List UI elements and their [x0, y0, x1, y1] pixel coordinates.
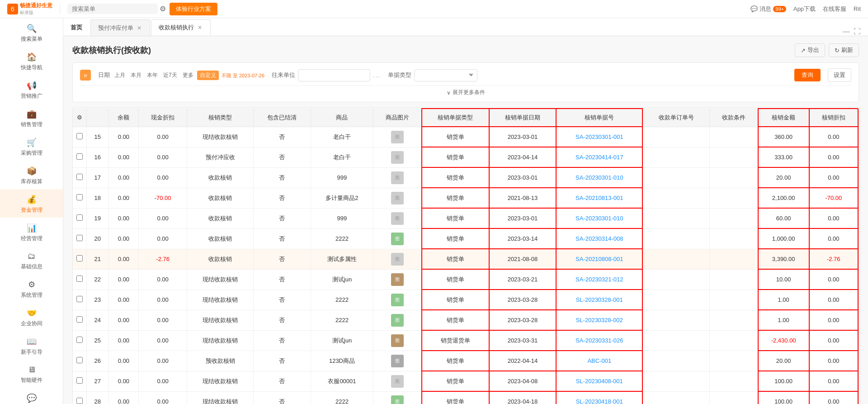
sidebar-item-sales[interactable]: 💼 销售管理 — [0, 104, 63, 132]
sidebar-item-label: 搜索菜单 — [21, 35, 42, 43]
export-btn[interactable]: ↗ 导出 — [795, 43, 825, 57]
td-writeoff-date: 2023-03-31 — [489, 330, 557, 351]
industry-btn[interactable]: 体验行业方案 — [170, 3, 217, 15]
td-included-clear: 否 — [254, 371, 311, 391]
expand-more[interactable]: ∨ 展开更多条件 — [80, 86, 851, 96]
td-balance: 0.00 — [108, 249, 139, 269]
td-included-clear: 否 — [254, 249, 311, 269]
sidebar-item-label: 采购管理 — [21, 149, 42, 157]
td-seq: 27 — [87, 371, 109, 391]
goods-img: 图 — [391, 212, 404, 225]
td-collection-order — [642, 290, 709, 310]
settings-btn[interactable]: ⚙ — [160, 5, 166, 13]
sidebar-item-nav[interactable]: 🏠 快捷导航 — [0, 47, 63, 75]
filter-voucher-type-group: 单据类型 — [388, 69, 477, 81]
settings-filter-btn[interactable]: 设置 — [828, 68, 851, 82]
td-writeoff-no: ABC-001 — [556, 351, 642, 371]
refresh-icon: ↻ — [835, 47, 840, 54]
td-payment-terms — [709, 351, 758, 371]
sidebar-item-business[interactable]: 📊 经营管理 — [0, 218, 63, 246]
td-checkbox[interactable] — [73, 228, 87, 249]
sidebar-item-corp[interactable]: 🤝 企业协同 — [0, 303, 63, 331]
date-btn-more[interactable]: 更多 — [181, 71, 195, 80]
td-payment-terms — [709, 208, 758, 228]
td-goods-img: 图 — [373, 310, 422, 330]
tab-collection[interactable]: 收款核销执行 ✕ — [151, 19, 211, 36]
date-btn-7days[interactable]: 近7天 — [161, 71, 179, 80]
sidebar-item-finance[interactable]: 💰 资金管理 — [0, 189, 63, 218]
goods-img: 图 — [391, 334, 404, 347]
window-maximize[interactable]: ⛶ — [854, 28, 861, 36]
td-checkbox[interactable] — [73, 167, 87, 188]
td-checkbox[interactable] — [73, 391, 87, 404]
sidebar-item-label: 智能硬件 — [21, 376, 42, 384]
td-writeoff-date: 2023-04-08 — [489, 371, 557, 391]
page-header-actions: ↗ 导出 ↻ 刷新 — [795, 43, 859, 57]
td-cash-discount: 0.00 — [139, 167, 187, 188]
query-btn[interactable]: 查询 — [794, 69, 821, 81]
filter-expand-btn[interactable]: » — [80, 70, 91, 81]
tab-prepay-close[interactable]: ✕ — [136, 24, 142, 32]
sidebar-item-base[interactable]: 🗂 基础信息 — [0, 246, 63, 274]
voucher-type-select[interactable] — [414, 69, 477, 81]
td-included-clear: 否 — [254, 147, 311, 167]
td-writeoff-discount: 0.00 — [809, 391, 858, 404]
tab-collection-close[interactable]: ✕ — [197, 24, 203, 32]
td-seq: 26 — [87, 351, 109, 371]
sidebar-item-wechat[interactable]: 💬 企业微信 — [0, 388, 63, 404]
online-service[interactable]: 在线客服 — [823, 5, 846, 13]
td-checkbox[interactable] — [73, 147, 87, 167]
td-goods: 2222 — [311, 391, 373, 404]
sidebar-item-hardware[interactable]: 🖥 智能硬件 — [0, 360, 63, 388]
app-download[interactable]: App下载 — [793, 5, 816, 13]
refresh-btn[interactable]: ↻ 刷新 — [829, 43, 859, 57]
td-collection-order — [642, 351, 709, 371]
counterparty-input[interactable] — [298, 69, 370, 81]
td-writeoff-no: SA-20210808-001 — [556, 249, 642, 269]
date-btn-custom[interactable]: 自定义 — [197, 71, 219, 80]
td-cash-discount: 0.00 — [139, 127, 187, 147]
brand-logo: 6 — [7, 4, 18, 14]
td-checkbox[interactable] — [73, 351, 87, 371]
td-writeoff-amount: 3,390.00 — [758, 249, 809, 269]
td-checkbox[interactable] — [73, 290, 87, 310]
td-goods-img: 图 — [373, 208, 422, 228]
date-btn-this-month[interactable]: 本月 — [129, 71, 143, 80]
date-btn-last-month[interactable]: 上月 — [113, 71, 127, 80]
td-checkbox[interactable] — [73, 371, 87, 391]
td-checkbox[interactable] — [73, 188, 87, 208]
td-seq: 25 — [87, 330, 109, 351]
user-name[interactable]: Rit — [854, 5, 861, 12]
td-writeoff-voucher-type: 销货单 — [422, 269, 489, 290]
td-goods: 测试jun — [311, 330, 373, 351]
finance-icon: 💰 — [27, 195, 37, 204]
wechat-icon: 💬 — [27, 393, 37, 403]
td-seq: 20 — [87, 228, 109, 249]
sidebar-item-guide[interactable]: 📖 新手引导 — [0, 331, 63, 360]
td-checkbox[interactable] — [73, 269, 87, 290]
td-included-clear: 否 — [254, 228, 311, 249]
window-minimize[interactable]: — — [843, 28, 850, 36]
sidebar-item-marketing[interactable]: 📢 营销推广 — [0, 75, 63, 104]
sidebar-item-system[interactable]: ⚙ 系统管理 — [0, 274, 63, 303]
sidebar-item-purchase[interactable]: 🛒 采购管理 — [0, 132, 63, 161]
td-checkbox[interactable] — [73, 208, 87, 228]
td-cash-discount: 0.00 — [139, 351, 187, 371]
col-settings[interactable]: ⚙ — [73, 109, 87, 127]
date-btn-this-year[interactable]: 本年 — [145, 71, 160, 80]
td-checkbox[interactable] — [73, 249, 87, 269]
marketing-icon: 📢 — [27, 81, 37, 90]
td-payment-terms — [709, 371, 758, 391]
tab-prepay[interactable]: 预付冲应付单 ✕ — [90, 19, 150, 36]
sidebar-item-inventory[interactable]: 📦 库存核算 — [0, 161, 63, 189]
td-checkbox[interactable] — [73, 330, 87, 351]
sidebar-item-search[interactable]: 🔍 搜索菜单 — [0, 18, 63, 47]
message-area[interactable]: 💬 消息 99+ — [750, 5, 786, 13]
search-input[interactable] — [67, 4, 158, 14]
td-checkbox[interactable] — [73, 310, 87, 330]
td-checkbox[interactable] — [73, 127, 87, 147]
tab-home[interactable]: 首页 — [63, 19, 90, 36]
corp-icon: 🤝 — [27, 308, 37, 318]
td-balance: 0.00 — [108, 330, 139, 351]
td-writeoff-discount: 0.00 — [809, 371, 858, 391]
